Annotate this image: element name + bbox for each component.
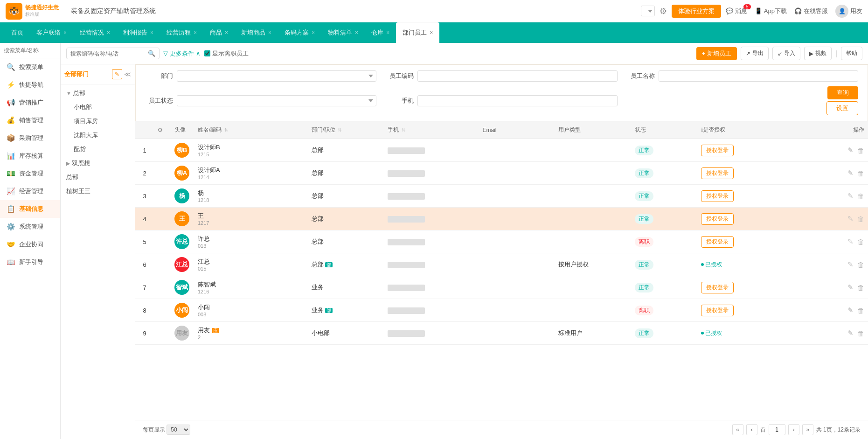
- dept-collapse-btn[interactable]: ≪: [124, 70, 131, 78]
- tab-close-profit[interactable]: ×: [150, 22, 153, 43]
- delete-icon[interactable]: 🗑: [857, 284, 864, 292]
- sidebar-item-basic[interactable]: 📋基础信息: [0, 200, 60, 218]
- tab-close-bom[interactable]: ×: [355, 22, 358, 43]
- export-btn[interactable]: ↗ 导出: [741, 47, 769, 60]
- delete-icon[interactable]: 🗑: [857, 307, 864, 314]
- prev-page-btn[interactable]: ‹: [746, 424, 757, 435]
- tab-barcode[interactable]: 条码方案 ×: [278, 22, 321, 43]
- th-dept[interactable]: 部门/职位 ⇅: [308, 121, 384, 139]
- auth-login-btn[interactable]: 授权登录: [701, 305, 734, 316]
- th-settings[interactable]: ⚙: [154, 121, 171, 139]
- edit-icon[interactable]: ✎: [847, 260, 854, 269]
- more-filter-btn[interactable]: ▽ 更多条件 ∧: [163, 49, 201, 58]
- tab-close-employees[interactable]: ×: [430, 22, 433, 43]
- show-resigned-input[interactable]: [204, 50, 210, 56]
- dept-item-shenyang[interactable]: 沈阳大库: [70, 128, 135, 142]
- empstatus-select[interactable]: [177, 95, 376, 106]
- help-btn[interactable]: 帮助: [841, 47, 862, 60]
- first-page-btn[interactable]: «: [732, 424, 743, 435]
- auth-login-btn[interactable]: 授权登录: [701, 236, 734, 248]
- search-input[interactable]: [70, 50, 146, 57]
- edit-icon[interactable]: ✎: [847, 306, 854, 314]
- auth-login-btn[interactable]: 授权登录: [701, 167, 734, 179]
- last-page-btn[interactable]: »: [802, 424, 813, 435]
- tab-profit[interactable]: 利润报告 ×: [117, 22, 160, 43]
- phone-input[interactable]: [417, 95, 617, 106]
- page-size-select[interactable]: 50 100 200: [167, 425, 190, 435]
- trial-btn[interactable]: 体验行业方案: [672, 5, 721, 18]
- import-btn[interactable]: ↙ 导入: [772, 47, 800, 60]
- video-btn[interactable]: ▶ 视频: [804, 47, 832, 60]
- empname-input[interactable]: [659, 70, 858, 82]
- sidebar-item-marketing[interactable]: 📢营销推广: [0, 94, 60, 111]
- app-download-btn[interactable]: 📱 App下载: [755, 7, 787, 15]
- set-btn[interactable]: 设置: [826, 101, 858, 115]
- sidebar-item-guide[interactable]: 📖新手引导: [0, 253, 60, 271]
- message-btn[interactable]: 💬 消息 5: [726, 7, 747, 15]
- tab-customer[interactable]: 客户联络 ×: [30, 22, 73, 43]
- tab-operation[interactable]: 经营情况 ×: [73, 22, 117, 43]
- dept-item-xiaodian[interactable]: 小电部: [70, 100, 135, 114]
- search-btn[interactable]: 查询: [827, 86, 858, 99]
- user-btn[interactable]: 👤 用友: [835, 5, 862, 18]
- tab-add-goods[interactable]: 新增商品 ×: [235, 22, 278, 43]
- info-icon[interactable]: ℹ: [701, 127, 703, 132]
- tab-close-warehouse[interactable]: ×: [386, 22, 389, 43]
- dept-item-zhishu[interactable]: 植树王三: [61, 184, 135, 198]
- next-page-btn[interactable]: ›: [788, 424, 799, 435]
- th-phone[interactable]: 手机 ⇅: [384, 121, 479, 139]
- th-name[interactable]: 姓名/编码 ⇅: [194, 121, 308, 139]
- edit-icon[interactable]: ✎: [847, 192, 854, 200]
- sidebar-item-inventory[interactable]: 📊库存核算: [0, 147, 60, 165]
- tab-warehouse[interactable]: 仓库 ×: [365, 22, 396, 43]
- sidebar-item-finance[interactable]: 💵资金管理: [0, 165, 60, 182]
- delete-icon[interactable]: 🗑: [857, 329, 864, 337]
- dept-edit-btn[interactable]: ✎: [112, 69, 122, 79]
- empcode-input[interactable]: [417, 70, 617, 82]
- dept-item-zongbu2[interactable]: 总部: [61, 170, 135, 184]
- delete-icon[interactable]: 🗑: [857, 192, 864, 200]
- system-select[interactable]: [641, 6, 655, 16]
- edit-icon[interactable]: ✎: [847, 169, 854, 177]
- sidebar-item-operation[interactable]: 📈经营管理: [0, 182, 60, 200]
- dept-filter-select[interactable]: [177, 70, 376, 82]
- tab-employees[interactable]: 部门员工 ×: [396, 22, 439, 43]
- edit-icon[interactable]: ✎: [847, 329, 854, 337]
- tab-close-customer[interactable]: ×: [63, 22, 67, 43]
- sidebar-item-purchase[interactable]: 📦采购管理: [0, 129, 60, 147]
- sidebar-item-enterprise[interactable]: 🤝企业协同: [0, 236, 60, 253]
- delete-icon[interactable]: 🗑: [857, 146, 864, 154]
- show-resigned-checkbox[interactable]: 显示离职员工: [204, 49, 249, 58]
- tab-history[interactable]: 经营历程 ×: [160, 22, 203, 43]
- auth-login-btn[interactable]: 授权登录: [701, 213, 734, 225]
- dept-item-zongbu[interactable]: ▼ 总部: [61, 86, 135, 100]
- auth-login-btn[interactable]: 授权登录: [701, 190, 734, 202]
- edit-icon[interactable]: ✎: [847, 237, 854, 246]
- auth-login-btn[interactable]: 授权登录: [701, 282, 734, 293]
- delete-icon[interactable]: 🗑: [857, 238, 864, 246]
- delete-icon[interactable]: 🗑: [857, 261, 864, 269]
- dept-item-peihuo[interactable]: 配货: [70, 142, 135, 156]
- auth-login-btn[interactable]: 授权登录: [701, 145, 734, 156]
- sidebar-item-quick[interactable]: ⚡快捷导航: [0, 76, 60, 94]
- delete-icon[interactable]: 🗑: [857, 215, 864, 223]
- edit-icon[interactable]: ✎: [847, 283, 854, 292]
- sidebar-item-search[interactable]: 🔍搜索菜单: [0, 58, 60, 76]
- sidebar-item-sales[interactable]: 💰销售管理: [0, 111, 60, 129]
- tab-close-barcode[interactable]: ×: [312, 22, 315, 43]
- gear-icon[interactable]: ⚙: [660, 6, 667, 16]
- delete-icon[interactable]: 🗑: [857, 169, 864, 177]
- tab-close-operation[interactable]: ×: [107, 22, 110, 43]
- dept-item-shuanglu[interactable]: ▶ 双鹿想: [61, 156, 135, 170]
- edit-icon[interactable]: ✎: [847, 215, 854, 223]
- settings-icon[interactable]: ⚙: [158, 127, 163, 133]
- tab-home[interactable]: 首页: [5, 22, 30, 43]
- sidebar-search-input[interactable]: [4, 47, 61, 54]
- tab-close-add-goods[interactable]: ×: [268, 22, 271, 43]
- edit-icon[interactable]: ✎: [847, 146, 854, 154]
- dept-item-project[interactable]: 项目库房: [70, 114, 135, 128]
- sidebar-item-system[interactable]: ⚙️系统管理: [0, 218, 60, 236]
- tab-goods[interactable]: 商品 ×: [203, 22, 235, 43]
- page-number-input[interactable]: [769, 424, 785, 435]
- tab-bom[interactable]: 物料清单 ×: [321, 22, 365, 43]
